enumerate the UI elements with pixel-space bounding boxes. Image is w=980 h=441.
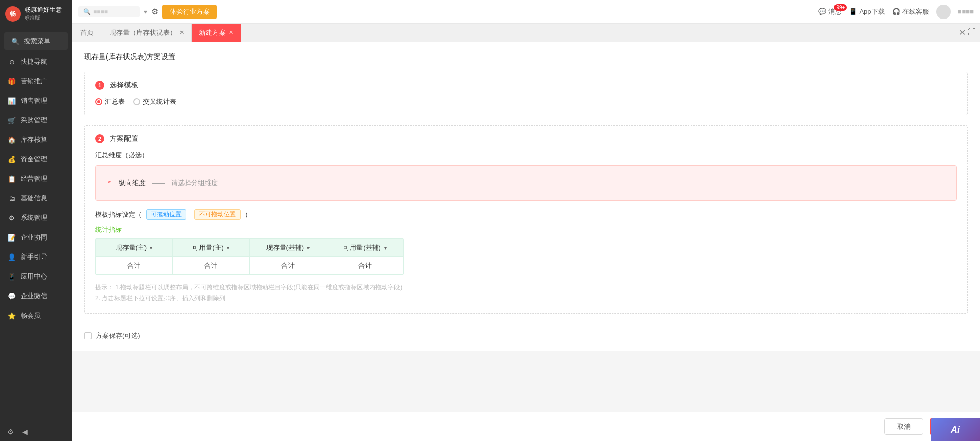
- sidebar-item-label: 企业协同: [21, 233, 47, 242]
- sidebar-item-label: 营销推广: [21, 77, 47, 86]
- trial-btn[interactable]: 体验行业方案: [162, 5, 217, 19]
- section1-title: 选择模板: [110, 81, 138, 90]
- tab-new-plan-close-icon[interactable]: ✕: [229, 29, 233, 36]
- content: 现存量(库存状况表)方案设置 1 选择模板 汇总表 交: [72, 42, 980, 412]
- stats-col2-data: 合计: [173, 257, 250, 274]
- sidebar-item-system[interactable]: ⚙ 系统管理: [0, 208, 72, 228]
- tab-home[interactable]: 首页: [72, 24, 102, 42]
- tab-inventory[interactable]: 现存量（库存状况表） ✕: [102, 24, 192, 42]
- sidebar-item-label: 系统管理: [21, 213, 47, 223]
- app-label: App下载: [859, 7, 884, 16]
- topbar-gear-icon[interactable]: ⚙: [151, 7, 158, 16]
- sidebar-item-business[interactable]: 📋 经营管理: [0, 169, 72, 189]
- section2-num: 2: [95, 134, 104, 143]
- stats-label: 统计指标: [95, 225, 957, 234]
- indicator-settings: 模板指标设定（ 可拖动位置 不可拖动位置 ） 统计指标: [95, 209, 957, 275]
- stats-col1-chevron-icon[interactable]: ▾: [150, 245, 152, 251]
- tab-new-plan[interactable]: 新建方案 ✕: [192, 24, 241, 42]
- dimension-box: * 纵向维度 —— 请选择分组维度: [95, 165, 957, 201]
- radio-cross-dot: [133, 98, 140, 105]
- sidebar-item-newbie[interactable]: 👤 新手引导: [0, 247, 72, 267]
- quick-nav-icon: ⊙: [7, 57, 16, 66]
- settings-icon[interactable]: ⚙: [7, 428, 14, 436]
- sidebar-item-label: 企业微信: [21, 291, 47, 301]
- topbar-search-icon: 🔍: [83, 8, 91, 15]
- template-radio-group: 汇总表 交叉统计表: [95, 97, 957, 106]
- stats-col4-header[interactable]: 可用量(基辅) ▾: [326, 239, 403, 256]
- radio-summary[interactable]: 汇总表: [95, 97, 125, 106]
- marketing-icon: 🎁: [7, 77, 16, 86]
- save-checkbox[interactable]: [84, 332, 92, 339]
- sidebar-item-label: 采购管理: [21, 116, 47, 125]
- search-icon: 🔍: [11, 38, 20, 45]
- stats-col2-chevron-icon[interactable]: ▾: [227, 245, 229, 251]
- stats-col1-data: 合计: [96, 257, 173, 274]
- sidebar-item-label: 销售管理: [21, 96, 47, 105]
- tab-home-label: 首页: [80, 28, 94, 38]
- section1-num: 1: [95, 81, 104, 90]
- app-center-icon: 📱: [7, 272, 16, 281]
- sidebar-item-quick-nav[interactable]: ⊙ 快捷导航: [0, 52, 72, 71]
- sidebar-item-member[interactable]: ⭐ 畅会员: [0, 306, 72, 325]
- indicator-label-close: ）: [245, 210, 251, 219]
- topbar-app-download[interactable]: 📱 App下载: [849, 7, 884, 16]
- dimension-placeholder[interactable]: 请选择分组维度: [171, 178, 218, 188]
- topbar-search[interactable]: 🔍 ■■■■: [78, 6, 140, 17]
- radio-cross[interactable]: 交叉统计表: [133, 97, 176, 106]
- topbar-msg[interactable]: 💬 消息 99+: [818, 7, 842, 16]
- sidebar-search[interactable]: 🔍 搜索菜单: [4, 32, 68, 50]
- sidebar-item-wechat[interactable]: 💬 企业微信: [0, 286, 72, 306]
- sidebar-item-purchase[interactable]: 🛒 采购管理: [0, 111, 72, 130]
- purchase-icon: 🛒: [7, 116, 16, 125]
- radio-summary-dot: [95, 98, 102, 105]
- stats-header-row: 现存量(主) ▾ 可用量(主) ▾ 现存量(基辅): [96, 239, 403, 256]
- tip-2: 2. 点击标题栏下拉可设置排序、插入列和删除列: [95, 294, 957, 303]
- save-option-label: 方案保存(可选): [96, 331, 140, 340]
- sidebar-item-inventory[interactable]: 🏠 库存核算: [0, 130, 72, 150]
- stats-col1-label: 现存量(主): [116, 243, 147, 252]
- cancel-button[interactable]: 取消: [884, 418, 923, 435]
- ai-fab[interactable]: Ai: [931, 418, 980, 441]
- radio-cross-label: 交叉统计表: [143, 97, 176, 106]
- business-icon: 📋: [7, 174, 16, 183]
- sidebar-item-finance[interactable]: 💰 资金管理: [0, 150, 72, 169]
- section1-header: 1 选择模板: [95, 81, 957, 90]
- stats-col4-data: 合计: [326, 257, 403, 274]
- finance-icon: 💰: [7, 155, 16, 164]
- app-logo-icon: 畅: [5, 6, 21, 22]
- tip-title-label: 提示：: [95, 284, 114, 291]
- tab-inventory-close-icon[interactable]: ✕: [179, 29, 184, 36]
- sidebar-item-marketing[interactable]: 🎁 营销推广: [0, 71, 72, 91]
- sidebar-item-label: 畅会员: [21, 311, 41, 320]
- topbar-right: 💬 消息 99+ 📱 App下载 🎧 在线客服 ■■■■: [818, 5, 974, 19]
- topbar-chevron-icon[interactable]: ▾: [144, 8, 147, 15]
- topbar-service[interactable]: 🎧 在线客服: [892, 7, 929, 16]
- newbie-icon: 👤: [7, 252, 16, 262]
- stats-table: 现存量(主) ▾ 可用量(主) ▾ 现存量(基辅): [95, 238, 404, 275]
- close-panel-icon[interactable]: ✕: [959, 28, 966, 38]
- stats-col2-header[interactable]: 可用量(主) ▾: [173, 239, 250, 256]
- tab-inventory-label: 现存量（库存状况表）: [110, 28, 176, 38]
- sidebar-item-app-center[interactable]: 📱 应用中心: [0, 267, 72, 286]
- stats-col3-chevron-icon[interactable]: ▾: [307, 245, 310, 251]
- contract-icon: 📝: [7, 233, 16, 242]
- collapse-icon[interactable]: ◀: [22, 428, 28, 436]
- sidebar-item-label: 基础信息: [21, 194, 47, 203]
- sidebar-item-contract[interactable]: 📝 企业协同: [0, 228, 72, 247]
- inventory-icon: 🏠: [7, 135, 16, 144]
- topbar-search-text: ■■■■: [93, 8, 108, 15]
- stats-col3-header[interactable]: 现存量(基辅) ▾: [250, 239, 327, 256]
- stats-col4-chevron-icon[interactable]: ▾: [384, 245, 387, 251]
- topbar-avatar: [936, 5, 951, 19]
- stats-col3-data: 合计: [250, 257, 327, 274]
- sidebar-item-sales[interactable]: 📊 销售管理: [0, 91, 72, 111]
- wechat-icon: 💬: [7, 291, 16, 301]
- stats-col1-header[interactable]: 现存量(主) ▾: [96, 239, 173, 256]
- sidebar-item-basic[interactable]: 🗂 基础信息: [0, 189, 72, 208]
- content-wrapper: 现存量(库存状况表)方案设置 1 选择模板 汇总表 交: [72, 42, 980, 441]
- service-icon: 🎧: [892, 8, 900, 15]
- sidebar-item-label: 经营管理: [21, 174, 47, 183]
- expand-icon[interactable]: ⛶: [968, 28, 976, 38]
- main: 🔍 ■■■■ ▾ ⚙ 体验行业方案 💬 消息 99+ 📱 App下载 🎧 在线客…: [72, 0, 980, 441]
- dimension-field-label: 纵向维度: [119, 178, 146, 188]
